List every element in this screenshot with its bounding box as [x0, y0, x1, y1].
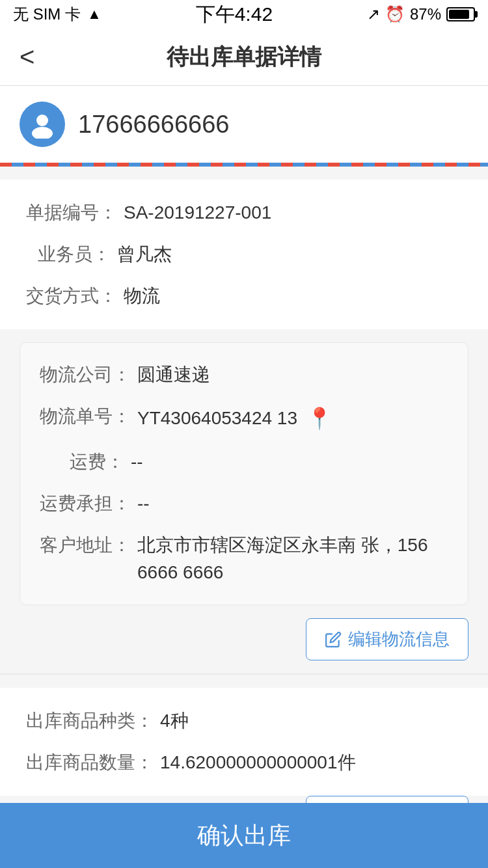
freight-bear-label: 运费承担： [40, 490, 137, 517]
tracking-location-icon[interactable]: 📍 [306, 403, 332, 434]
phone-section: 17666666666 [0, 86, 488, 163]
carrier-label: 无 SIM 卡 [13, 4, 81, 25]
freight-label: 运费： [40, 448, 131, 476]
edit-icon [325, 631, 342, 648]
edit-logistics-label: 编辑物流信息 [348, 628, 450, 651]
salesman-value: 曾凡杰 [117, 241, 462, 268]
goods-type-row: 出库商品种类： 4种 [26, 707, 462, 735]
location-status-icon: ↗ [367, 5, 380, 23]
battery-icon [446, 7, 475, 21]
freight-row: 运费： -- [40, 448, 448, 476]
confirm-button[interactable]: 确认出库 [0, 803, 488, 868]
section-gap-2 [0, 675, 488, 688]
status-left: 无 SIM 卡 ▲ [13, 4, 102, 25]
status-time: 下午4:42 [196, 1, 273, 28]
freight-value: -- [131, 448, 448, 476]
status-right: ↗ ⏰ 87% [367, 5, 475, 23]
confirm-label: 确认出库 [197, 820, 291, 852]
goods-type-label: 出库商品种类： [26, 707, 160, 735]
battery-fill [449, 10, 469, 19]
svg-point-0 [36, 115, 48, 126]
freight-bear-value: -- [137, 490, 448, 517]
freight-bear-row: 运费承担： -- [40, 490, 448, 517]
svg-point-1 [32, 127, 53, 139]
logistics-tracking-row: 物流单号： YT43064053424 13 📍 [40, 403, 448, 434]
doc-number-label: 单据编号： [26, 199, 124, 226]
tracking-number: YT43064053424 13 [137, 405, 297, 432]
address-label: 客户地址： [40, 532, 137, 559]
goods-quantity-label: 出库商品数量： [26, 749, 160, 776]
section-gap-1 [0, 167, 488, 180]
goods-type-value: 4种 [160, 707, 462, 735]
battery-label: 87% [410, 5, 441, 23]
delivery-value: 物流 [124, 282, 462, 310]
avatar [20, 102, 65, 147]
goods-section: 出库商品种类： 4种 出库商品数量： 14.620000000000001件 [0, 688, 488, 796]
back-button[interactable]: < [20, 36, 47, 78]
goods-quantity-value: 14.620000000000001件 [160, 749, 462, 776]
delivery-label: 交货方式： [26, 282, 124, 310]
goods-quantity-row: 出库商品数量： 14.620000000000001件 [26, 749, 462, 776]
wifi-icon: ▲ [87, 6, 102, 23]
delivery-row: 交货方式： 物流 [26, 282, 462, 310]
status-bar: 无 SIM 卡 ▲ 下午4:42 ↗ ⏰ 87% [0, 0, 488, 29]
basic-info-section: 单据编号： SA-20191227-001 业务员： 曾凡杰 交货方式： 物流 [0, 180, 488, 329]
logistics-card: 物流公司： 圆通速递 物流单号： YT43064053424 13 📍 运费： … [20, 342, 468, 605]
logistics-company-label: 物流公司： [40, 361, 137, 388]
address-value: 北京市市辖区海淀区永丰南 张，156 6666 6666 [137, 532, 448, 586]
salesman-label: 业务员： [26, 241, 117, 268]
user-icon [28, 110, 57, 139]
page-title: 待出库单据详情 [167, 42, 321, 72]
doc-number-value: SA-20191227-001 [124, 199, 462, 226]
salesman-row: 业务员： 曾凡杰 [26, 241, 462, 268]
alarm-icon: ⏰ [385, 5, 405, 23]
logistics-company-value: 圆通速递 [137, 361, 448, 388]
doc-number-row: 单据编号： SA-20191227-001 [26, 199, 462, 226]
logistics-tracking-value: YT43064053424 13 📍 [137, 403, 448, 434]
logistics-company-row: 物流公司： 圆通速递 [40, 361, 448, 388]
edit-btn-row: 编辑物流信息 [0, 618, 488, 673]
edit-logistics-button[interactable]: 编辑物流信息 [306, 618, 468, 660]
logistics-tracking-label: 物流单号： [40, 403, 137, 430]
nav-bar: < 待出库单据详情 [0, 29, 488, 86]
phone-number: 17666666666 [78, 111, 229, 139]
address-row: 客户地址： 北京市市辖区海淀区永丰南 张，156 6666 6666 [40, 532, 448, 586]
